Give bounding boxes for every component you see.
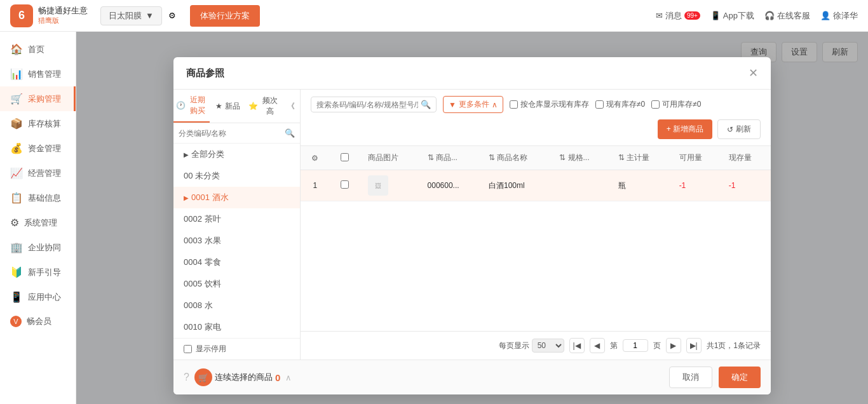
user-avatar[interactable]: 👤 徐泽华 (820, 10, 858, 22)
app-download-btn[interactable]: 📱 App下载 (710, 10, 754, 22)
cat-item-all[interactable]: ▶ 全部分类 (173, 144, 300, 165)
last-page-btn[interactable]: ▶| (686, 338, 702, 353)
sidebar-item-inventory[interactable]: 📦 库存核算 (0, 111, 76, 136)
experience-btn[interactable]: 体验行业方案 (190, 5, 260, 27)
row-unit-cell: 瓶 (611, 170, 672, 201)
page-input[interactable] (623, 339, 648, 352)
help-icon[interactable]: ? (184, 372, 189, 383)
cat-item-fruit[interactable]: 0003 水果 (173, 230, 300, 252)
cat-collapse-btn[interactable]: 《 (282, 90, 300, 123)
sidebar-label-inventory: 库存核算 (28, 118, 61, 130)
available2-label: 可用库存≠0 (662, 99, 701, 110)
operation-icon: 📈 (10, 167, 23, 179)
sidebar-label-operation: 经营管理 (28, 168, 61, 179)
th-unit[interactable]: ⇅ 主计量 (611, 146, 672, 170)
product-table: ⚙ 商品图片 (301, 146, 771, 201)
cat-item-liquor-arrow: ▶ (184, 194, 189, 201)
cat-tab-recent[interactable]: 🕐 近期购买 (173, 90, 210, 123)
sidebar-item-collab[interactable]: 🏢 企业协同 (0, 235, 76, 260)
sidebar-item-appcenter[interactable]: 📱 应用中心 (0, 285, 76, 309)
page-size-dropdown[interactable]: 10 20 50 100 (532, 339, 564, 353)
selected-label: 连续选择的商品 (215, 372, 273, 383)
logo-text: 畅捷通好生意 (38, 6, 88, 17)
selected-count: 0 (275, 372, 280, 383)
product-search-icon[interactable]: 🔍 (421, 100, 431, 109)
modal-overlay: 商品参照 ✕ 🕐 近期购买 ★ (76, 32, 868, 404)
category-search-box: 🔍 (173, 123, 300, 144)
first-page-btn[interactable]: |◀ (569, 338, 585, 353)
row-available-cell: -1 (672, 170, 721, 201)
branch-dropdown[interactable]: 日太阳膜 ▼ (100, 6, 162, 25)
cancel-btn[interactable]: 取消 (669, 367, 712, 388)
settings-icon[interactable]: ⚙ (162, 6, 182, 26)
th-code[interactable]: ⇅ 商品... (420, 146, 481, 170)
next-page-btn[interactable]: ▶ (666, 338, 681, 353)
category-search-input[interactable] (179, 129, 282, 138)
modal-close-btn[interactable]: ✕ (749, 66, 758, 80)
cat-item-liquor[interactable]: ▶ 0001 酒水 (173, 187, 300, 208)
page-info: 共1页，1条记录 (707, 340, 761, 351)
row-checkbox[interactable] (341, 180, 349, 189)
sidebar-item-member[interactable]: V 畅会员 (0, 309, 76, 333)
filter-label: 更多条件 (459, 99, 489, 110)
sidebar-item-guide[interactable]: 🔰 新手引导 (0, 260, 76, 285)
category-search-icon[interactable]: 🔍 (285, 128, 295, 138)
dropdown-arrow-icon: ▼ (146, 11, 154, 20)
settings-icon[interactable]: ⚙ (311, 154, 318, 163)
collapse-footer-icon[interactable]: ∧ (285, 373, 292, 382)
cat-item-water[interactable]: 0008 水 (173, 295, 300, 316)
cat-item-uncategorized[interactable]: 00 未分类 (173, 165, 300, 187)
row-checkbox-cell (330, 170, 360, 201)
select-all-checkbox[interactable] (341, 153, 349, 161)
product-table-container: ⚙ 商品图片 (301, 146, 771, 331)
sidebar-item-home[interactable]: 🏠 首页 (0, 37, 76, 62)
sidebar-label-finance: 资金管理 (28, 143, 61, 154)
message-btn[interactable]: ✉ 消息 99+ (656, 10, 700, 22)
cart-icon: 🛒 (194, 368, 212, 386)
product-search-input[interactable] (316, 100, 418, 109)
sidebar-item-sales[interactable]: 📊 销售管理 (0, 62, 76, 86)
refresh-btn[interactable]: ↺ 刷新 (717, 119, 761, 139)
sidebar-label-member: 畅会员 (27, 316, 51, 327)
confirm-btn[interactable]: 确定 (719, 367, 761, 388)
product-search-box: 🔍 (311, 97, 437, 112)
th-spec[interactable]: ⇅ 规格... (552, 146, 611, 170)
sidebar-item-purchase[interactable]: 🛒 采购管理 (0, 86, 76, 111)
filter-btn[interactable]: ▼ 更多条件 ∧ (443, 96, 503, 113)
cat-tab-new[interactable]: ★ 新品 (210, 90, 246, 123)
available2-input[interactable] (651, 100, 660, 109)
navbar-right: ✉ 消息 99+ 📱 App下载 🎧 在线客服 👤 徐泽华 (656, 10, 858, 22)
table-row[interactable]: 1 🖼 (301, 170, 771, 201)
cat-item-snack-label: 0004 零食 (184, 257, 221, 268)
available2-checkbox[interactable]: 可用库存≠0 (651, 99, 701, 110)
cat-item-drinks-label: 0005 饮料 (184, 278, 221, 290)
row-name-cell: 白酒100ml (481, 170, 552, 201)
cat-item-snack[interactable]: 0004 零食 (173, 252, 300, 273)
category-tabs: 🕐 近期购买 ★ 新品 ⭐ 频次高 《 (173, 90, 300, 123)
cat-item-tea[interactable]: 0002 茶叶 (173, 208, 300, 230)
sidebar-item-finance[interactable]: 💰 资金管理 (0, 136, 76, 161)
show-disabled-checkbox[interactable]: 显示停用 (184, 344, 290, 354)
category-panel: 🕐 近期购买 ★ 新品 ⭐ 频次高 《 (173, 90, 301, 360)
th-available: 可用量 (672, 146, 721, 170)
sidebar-item-system[interactable]: ⚙ 系统管理 (0, 210, 76, 235)
show-stock-checkbox[interactable]: 按仓库显示现有库存 (510, 99, 589, 110)
cat-item-uncategorized-label: 00 未分类 (184, 170, 220, 182)
th-name[interactable]: ⇅ 商品名称 (481, 146, 552, 170)
finance-icon: 💰 (10, 142, 23, 154)
online-service-btn[interactable]: 🎧 在线客服 (764, 10, 810, 22)
show-stock-input[interactable] (510, 100, 518, 109)
prev-page-btn[interactable]: ◀ (590, 338, 605, 353)
available-input[interactable] (595, 100, 604, 109)
add-product-btn[interactable]: + 新增商品 (658, 119, 712, 139)
available-checkbox[interactable]: 现有库存≠0 (595, 99, 645, 110)
sidebar-item-basic[interactable]: 📋 基础信息 (0, 185, 76, 210)
cat-tab-frequent[interactable]: ⭐ 频次高 (246, 90, 282, 123)
message-icon: ✉ (656, 11, 663, 20)
cat-item-drinks[interactable]: 0005 饮料 (173, 273, 300, 295)
sidebar-label-appcenter: 应用中心 (28, 292, 61, 303)
show-disabled-input[interactable] (184, 345, 192, 353)
cat-item-appliance[interactable]: 0010 家电 (173, 316, 300, 338)
sidebar-item-operation[interactable]: 📈 经营管理 (0, 161, 76, 185)
logo-sub: 猎鹰版 (38, 16, 88, 25)
